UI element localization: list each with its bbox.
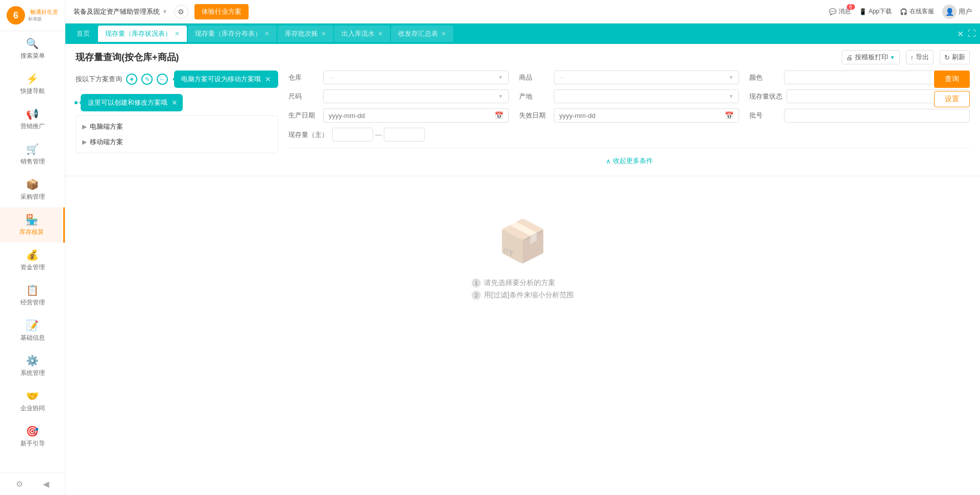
sidebar-item-label: 新手引导 [20,439,45,448]
gear-button[interactable]: ⚙ [174,5,188,19]
marketing-icon: 📢 [26,108,39,120]
sidebar-item-marketing[interactable]: 📢 营销推广 [0,102,65,137]
goods-dropdown-arrow: ▼ [728,75,733,80]
sidebar-item-finance[interactable]: 💰 资金管理 [0,243,65,278]
sidebar-item-system[interactable]: ⚙️ 系统管理 [0,348,65,384]
query-button[interactable]: 查询 [934,70,970,88]
filter-area: 按以下方案查询 + ✎ ← 电脑方案可设为移动方案哦 ✕ [65,64,980,176]
filter-add-button[interactable]: + [126,74,137,85]
tab-batch-account[interactable]: 库存批次账 ✕ [278,26,333,42]
main-area: 装备及固定资产辅助管理系统 ▼ ⚙ 体验行业方案 💬 消息 6 📱 App下载 … [65,0,980,495]
sidebar-item-purchase[interactable]: 📦 采购管理 [0,172,65,207]
logo-badge: 标准版 [28,16,58,22]
sidebar-item-search[interactable]: 🔍 搜索菜单 [0,31,65,66]
tab-close-icon[interactable]: ✕ [321,30,326,37]
sidebar-item-guide[interactable]: 🎯 新手引导 [0,419,65,454]
tab-collection-summary[interactable]: 收发存汇总表 ✕ [391,26,453,42]
size-select[interactable]: ▼ [323,89,509,103]
tab-bar: 首页 现存量（库存状况表） ✕ 现存量（库存分布表） ✕ 库存批次账 ✕ 出入库… [65,23,980,44]
refresh-button[interactable]: ↻ 刷新 [940,50,970,64]
tooltip-create-close[interactable]: ✕ [172,99,178,107]
app-label: App下载 [869,7,892,16]
tab-close-icon[interactable]: ✕ [441,30,446,37]
tooltip-pc-close[interactable]: ✕ [265,75,271,83]
tab-close-icon[interactable]: ✕ [264,30,270,37]
sidebar-item-quicknav[interactable]: ⚡ 快捷导航 [0,66,65,102]
sidebar-item-label: 销售管理 [20,157,45,166]
scheme-mobile-label: 移动端方案 [90,137,123,147]
sidebar-item-operations[interactable]: 📋 经营管理 [0,278,65,313]
message-action[interactable]: 💬 消息 6 [829,7,851,16]
filter-arrow-button[interactable]: ← [157,74,168,85]
scheme-mobile[interactable]: ▶ 移动端方案 [82,135,272,149]
industry-button[interactable]: 体验行业方案 [194,4,249,19]
settings-button[interactable]: 设置 [934,91,970,107]
enterprise-icon: 🤝 [26,390,39,402]
print-button[interactable]: 🖨 按模板打印 ▼ [842,50,900,64]
user-name: 用户 [959,7,972,16]
inv-qty-to[interactable] [384,128,425,142]
origin-select[interactable]: ▼ [554,89,740,103]
exp-date-field[interactable] [559,112,723,120]
warehouse-placeholder: ··· [329,74,334,81]
tab-inventory-status[interactable]: 现存量（库存状况表） ✕ [98,26,187,42]
maximize-icon[interactable]: ⛶ [968,29,976,38]
goods-select[interactable]: ··· ▼ [554,70,740,84]
scheme-pc[interactable]: ▶ 电脑端方案 [82,120,272,133]
tab-close-icon[interactable]: ✕ [175,30,180,37]
tab-home[interactable]: 首页 [69,26,97,42]
batch-input[interactable] [784,109,970,123]
sidebar-item-label: 基础信息 [20,334,45,342]
search-icon: 🔍 [26,37,39,50]
system-name-select[interactable]: 装备及固定资产辅助管理系统 ▼ [74,7,168,16]
prod-date-field[interactable] [329,112,493,120]
prod-date-input[interactable]: 📅 [323,108,509,123]
sidebar-collapse-btn[interactable]: ◀ [43,479,49,489]
batch-label: 批号 [749,111,780,120]
sidebar-item-inventory[interactable]: 🏪 库存核算 [0,207,65,243]
filter-edit-button[interactable]: ✎ [141,74,153,85]
color-label: 颜色 [749,73,780,82]
app-download-action[interactable]: 📱 App下载 [859,7,892,16]
tab-close-icon[interactable]: ✕ [378,30,383,37]
inv-qty-label: 现存量（主） [288,130,328,139]
export-label: 导出 [916,53,929,62]
tab-inventory-dist[interactable]: 现存量（库存分布表） ✕ [188,26,277,42]
inv-qty-from[interactable] [332,128,373,142]
range-separator: — [375,131,382,138]
exp-date-input[interactable]: 📅 [554,108,740,123]
tab-inout-flow[interactable]: 出入库流水 ✕ [334,26,390,42]
sidebar-item-basic[interactable]: 📝 基础信息 [0,313,65,348]
export-icon: ↑ [911,54,914,61]
page-inner: 现存量查询(按仓库+商品) 🖨 按模板打印 ▼ ↑ 导出 ↻ [65,44,980,495]
origin-placeholder [559,92,561,100]
filter-row-exp-date: 失效日期 📅 [519,108,740,123]
message-icon: 💬 [829,8,837,15]
prod-date-calendar-icon[interactable]: 📅 [495,111,503,120]
tip-text-1: 请先选择要分析的方案 [484,278,555,288]
prod-date-label: 生产日期 [288,111,319,120]
user-action[interactable]: 👤 用户 [942,5,972,19]
sidebar-item-sales[interactable]: 🛒 销售管理 [0,137,65,172]
page-content: 现存量查询(按仓库+商品) 🖨 按模板打印 ▼ ↑ 导出 ↻ [65,44,980,495]
header-right: 💬 消息 6 📱 App下载 🎧 在线客服 👤 用户 [829,5,972,19]
filter-more-button[interactable]: ∧ 收起更多条件 [602,152,657,170]
tip-num-2: 2 [472,291,481,300]
sidebar-item-enterprise[interactable]: 🤝 企业协同 [0,384,65,419]
sidebar-item-label: 采购管理 [20,193,45,201]
export-button[interactable]: ↑ 导出 [906,50,934,64]
inv-status-placeholder [792,92,794,100]
sidebar-settings-btn[interactable]: ⚙ [16,479,23,489]
user-avatar: 👤 [942,5,957,19]
purchase-icon: 📦 [26,178,39,191]
sidebar-item-label: 系统管理 [20,369,45,378]
top-header: 装备及固定资产辅助管理系统 ▼ ⚙ 体验行业方案 💬 消息 6 📱 App下载 … [65,0,980,23]
warehouse-select[interactable]: ··· ▼ [323,70,509,84]
refresh-label: 刷新 [952,53,965,62]
support-action[interactable]: 🎧 在线客服 [900,7,934,16]
sidebar-nav: 🔍 搜索菜单 ⚡ 快捷导航 📢 营销推广 🛒 销售管理 📦 采购管理 🏪 [0,31,65,473]
exp-date-calendar-icon[interactable]: 📅 [725,111,733,120]
color-placeholder [790,74,792,81]
close-all-icon[interactable]: ✕ [957,29,964,39]
scheme-toggle-icon: ▶ [82,123,87,130]
